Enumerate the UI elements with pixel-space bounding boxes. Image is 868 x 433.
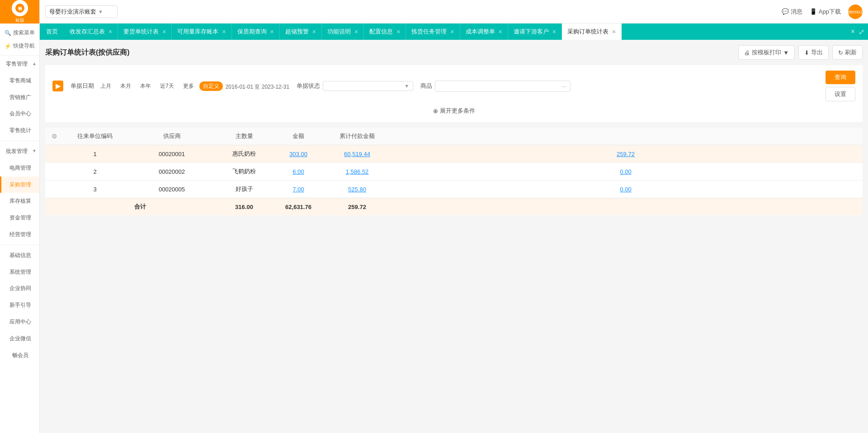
sidebar-item-retail-stat[interactable]: 零售统计 [0,122,39,139]
tab-home[interactable]: 首页 [40,24,64,40]
sidebar-item-newbie[interactable]: 新手引导 [0,297,39,314]
settings-button[interactable]: 设置 [826,87,855,101]
tab-close-function-desc[interactable]: × [354,29,358,35]
tab-close-all-button[interactable]: × [851,28,855,36]
tab-close-invite-downstream[interactable]: × [552,29,556,35]
sidebar-item-shop[interactable]: 零售商城 [0,72,39,89]
row-paid-cell[interactable]: 259.72 [389,145,863,163]
user-avatar[interactable]: demo2 [848,5,863,19]
tabbar: 首页 收发存汇总表 × 要货单统计表 × 可用量库存账本 × 保质期查询 × 超… [40,24,868,40]
search-icon: 🔍 [5,30,11,36]
row-num-cell: 3 [63,181,127,198]
tab-maximize-button[interactable]: ⤢ [859,28,864,36]
goods-input[interactable] [439,83,561,90]
sidebar-item-wholesale[interactable]: 批发管理 ▼ [0,143,39,160]
col-settings: ⚙ [45,128,63,145]
sidebar-item-ops[interactable]: 经营管理 [0,226,39,243]
sidebar-item-basic[interactable]: 基础信息 [0,247,39,264]
tab-overstock-warning[interactable]: 超储预警 × [280,24,322,40]
sidebar-search-menu[interactable]: 🔍 搜索菜单 [2,26,38,39]
row-qty-cell[interactable]: 7.00 [271,181,326,198]
sidebar-item-ecommerce[interactable]: 电商管理 [0,160,39,176]
tab-close-expiry-query[interactable]: × [270,29,274,35]
row-amount-cell[interactable]: 60,519.44 [326,145,389,163]
tab-close-purchase-summary[interactable]: × [612,29,616,35]
row-amount-cell[interactable]: 1,586.52 [326,163,389,181]
goods-more-icon[interactable]: ··· [561,83,566,90]
date-btn-this-year[interactable]: 本年 [137,81,155,91]
tab-order-summary[interactable]: 要货单统计表 × [118,24,172,40]
date-btn-this-month[interactable]: 本月 [117,81,135,91]
tab-close-receive-summary[interactable]: × [108,29,112,35]
refresh-icon: ↻ [838,49,843,56]
sidebar-shortcut-nav[interactable]: ⚡ 快捷导航 [2,39,38,52]
footer-qty-cell: 316.00 [217,198,271,216]
date-btn-last-month[interactable]: 上月 [97,81,115,91]
header-actions: 🖨 按模板打印 ▼ ⬇ 导出 ↻ 刷新 [738,45,863,60]
tab-purchase-summary[interactable]: 采购订单统计表 × [562,24,622,40]
app-logo[interactable]: 畅 标版 [0,0,39,24]
query-section: 查询 设置 [826,71,855,101]
date-btn-7-days[interactable]: 近7天 [156,81,178,91]
app-download-button[interactable]: 📱 App下载 [810,8,841,16]
row-qty-cell[interactable]: 303.00 [271,145,326,163]
topbar: 母婴行业演示账套 ▼ 💬 消息 📱 App下载 demo2 [40,0,868,24]
row-qty-cell[interactable]: 6.00 [271,163,326,181]
sidebar-item-enterprise-wechat[interactable]: 企业微信 [0,330,39,347]
tab-close-config-info[interactable]: × [396,29,400,35]
tab-invite-downstream[interactable]: 邀请下游客户 × [508,24,562,40]
sidebar-item-member[interactable]: 会员中心 [0,105,39,122]
tab-receive-summary[interactable]: 收发存汇总表 × [64,24,118,40]
tab-close-picking-task[interactable]: × [450,29,454,35]
table-row: 1 00020001 惠氏奶粉 303.00 60,519.44 259.72 [45,145,863,163]
column-settings-icon[interactable]: ⚙ [52,133,57,140]
filter-date-item: 单据日期 上月 本月 本年 近7天 更多 自定义 2016-01-01 至 20… [71,81,289,91]
workspace-name: 母婴行业演示账套 [49,8,96,16]
sidebar-item-purchase[interactable]: 采购管理 [0,176,39,193]
message-button[interactable]: 💬 消息 [782,8,802,16]
date-custom-badge[interactable]: 自定义 [199,81,223,91]
refresh-button[interactable]: ↻ 刷新 [832,45,863,60]
sidebar-item-system[interactable]: 系统管理 [0,264,39,281]
date-btn-more[interactable]: 更多 [179,81,198,91]
status-select[interactable]: ▼ [323,81,413,91]
footer-row: 合计 316.00 62,631.76 259.72 [45,198,863,216]
row-paid-cell[interactable]: 0.00 [389,163,863,181]
sidebar-item-inventory[interactable]: 库存核算 [0,193,39,209]
logo-icon: 畅 [12,0,28,16]
row-settings-cell [45,145,63,163]
workspace-selector[interactable]: 母婴行业演示账套 ▼ [45,5,118,18]
tab-expiry-query[interactable]: 保质期查询 × [232,24,280,40]
table-row: 3 00020005 好孩子 7.00 525.80 0.00 [45,181,863,198]
template-print-button[interactable]: 🖨 按模板打印 ▼ [738,45,795,60]
tab-available-inventory[interactable]: 可用量库存账本 × [172,24,231,40]
expand-icon: ⊕ [433,108,438,114]
filter-status-item: 单据状态 ▼ [297,81,413,91]
tab-close-available-inventory[interactable]: × [222,29,226,35]
topbar-right: 💬 消息 📱 App下载 demo2 [782,5,863,19]
tab-config-info[interactable]: 配置信息 × [364,24,406,40]
row-paid-cell[interactable]: 0.00 [389,181,863,198]
sidebar-item-retail[interactable]: 零售管理 ▲ [0,56,39,72]
sidebar-item-app-center[interactable]: 应用中心 [0,314,39,330]
sidebar-item-corp[interactable]: 企业协同 [0,280,39,297]
footer-paid-cell: 259.72 [326,198,389,216]
table-row: 2 00020002 飞鹤奶粉 6.00 1,586.52 0.00 [45,163,863,181]
sidebar-item-member2[interactable]: 畅会员 [0,347,39,364]
row-amount-cell[interactable]: 525.80 [326,181,389,198]
tab-close-cost-adjust[interactable]: × [499,29,502,35]
tab-cost-adjust[interactable]: 成本调整单 × [460,24,508,40]
expand-more-conditions-button[interactable]: ⊕ 展开更多条件 [428,105,481,117]
sidebar-item-finance[interactable]: 资金管理 [0,209,39,226]
filter-toggle-button[interactable]: ▶ [52,81,63,91]
sidebar-item-marketing[interactable]: 营销推广 [0,89,39,106]
col-code-header: 往来单位编码 [63,128,127,145]
query-button[interactable]: 查询 [826,71,855,84]
export-button[interactable]: ⬇ 导出 [798,45,829,60]
tab-close-overstock-warning[interactable]: × [312,29,316,35]
tab-function-desc[interactable]: 功能说明 × [322,24,364,40]
tab-close-order-summary[interactable]: × [162,29,166,35]
col-qty-header: 主数量 [217,128,271,145]
row-num-cell: 2 [63,163,127,181]
tab-picking-task[interactable]: 拣货任务管理 × [406,24,460,40]
